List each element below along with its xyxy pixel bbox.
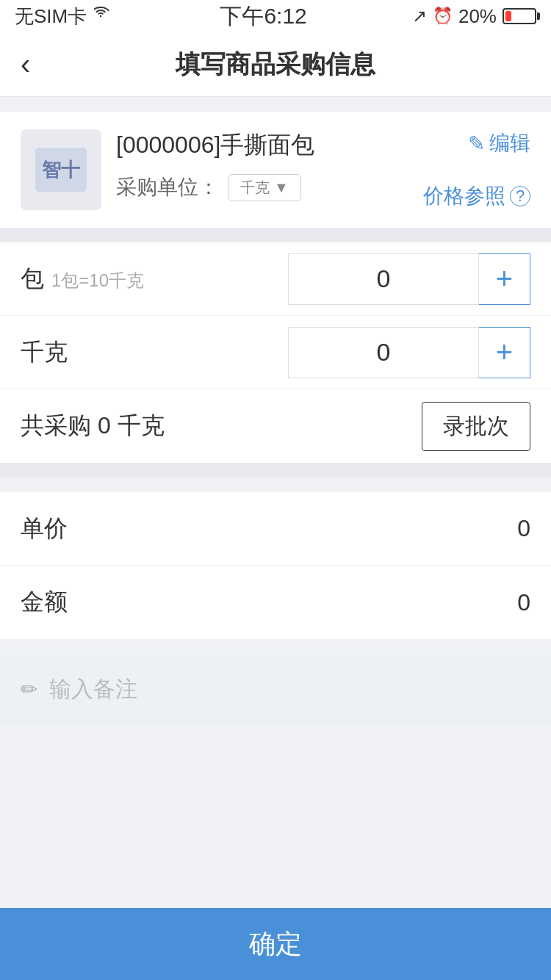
section-divider-2 xyxy=(0,463,551,478)
confirm-label: 确定 xyxy=(249,926,302,962)
status-left: 无SIM卡 xyxy=(15,4,115,29)
kg-quantity-input[interactable] xyxy=(288,327,479,378)
main-content: 智十 [0000006]手撕面包 采购单位： 千克 ▼ ✎ 编辑 价格参照 ? xyxy=(0,112,551,758)
amount-value: 0 xyxy=(517,589,530,616)
logo-text: 智十 xyxy=(35,148,87,192)
edit-button[interactable]: ✎ 编辑 xyxy=(468,129,530,157)
unit-price-row: 单价 0 xyxy=(0,492,551,566)
edit-label: 编辑 xyxy=(489,129,530,157)
product-logo: 智十 xyxy=(35,148,87,192)
kg-label: 千克 xyxy=(21,336,68,369)
price-section: 单价 0 金额 0 xyxy=(0,492,551,639)
product-thumbnail: 智十 xyxy=(21,129,101,210)
bag-label: 包 xyxy=(21,263,44,295)
unit-selector[interactable]: 千克 ▼ xyxy=(228,174,301,201)
unit-price-value: 0 xyxy=(517,515,530,542)
page-title: 填写商品采购信息 xyxy=(176,48,375,82)
total-row: 共采购 0 千克 录批次 xyxy=(0,389,551,463)
bag-input-right: + xyxy=(288,253,530,305)
total-label: 共采购 0 千克 xyxy=(21,410,165,442)
price-ref-label: 价格参照 xyxy=(423,182,505,210)
status-bar: 无SIM卡 下午6:12 ↗ ⏰ 20% xyxy=(0,0,551,32)
confirm-button[interactable]: 确定 xyxy=(0,908,551,980)
status-time: 下午6:12 xyxy=(220,1,306,32)
wifi-icon xyxy=(94,5,115,28)
battery-icon xyxy=(503,8,536,24)
edit-icon: ✎ xyxy=(468,131,485,156)
notes-placeholder: 输入备注 xyxy=(49,674,137,705)
notes-section[interactable]: ✏ 输入备注 xyxy=(0,654,551,725)
price-ref-icon: ? xyxy=(510,186,530,206)
nav-bar: ‹ 填写商品采购信息 xyxy=(0,32,551,97)
amount-row: 金额 0 xyxy=(0,566,551,639)
alarm-icon: ⏰ xyxy=(433,7,453,26)
dropdown-arrow-icon: ▼ xyxy=(274,179,289,196)
status-right: ↗ ⏰ 20% xyxy=(412,5,536,28)
unit-price-label: 单价 xyxy=(21,513,68,545)
bag-sublabel: 1包=10千克 xyxy=(51,269,144,292)
section-divider-1 xyxy=(0,228,551,242)
kg-label-group: 千克 xyxy=(21,336,68,369)
bag-plus-button[interactable]: + xyxy=(479,253,530,305)
plus-icon: + xyxy=(496,262,513,295)
carrier-label: 无SIM卡 xyxy=(15,4,87,29)
kg-input-right: + xyxy=(288,327,530,378)
unit-value: 千克 xyxy=(240,178,270,198)
kg-plus-icon: + xyxy=(496,336,513,369)
bag-quantity-input[interactable] xyxy=(288,253,479,305)
unit-label: 采购单位： xyxy=(116,173,219,201)
bag-input-row: 包 1包=10千克 + xyxy=(0,242,551,316)
kg-input-row: 千克 + xyxy=(0,316,551,389)
product-card: 智十 [0000006]手撕面包 采购单位： 千克 ▼ ✎ 编辑 价格参照 ? xyxy=(0,112,551,228)
record-batch-button[interactable]: 录批次 xyxy=(422,402,530,451)
bag-label-group: 包 1包=10千克 xyxy=(21,263,144,295)
kg-plus-button[interactable]: + xyxy=(479,327,530,378)
battery-pct: 20% xyxy=(458,5,497,28)
location-icon: ↗ xyxy=(412,6,427,26)
back-button[interactable]: ‹ xyxy=(21,48,30,81)
pencil-icon: ✏ xyxy=(21,677,37,702)
price-ref-button[interactable]: 价格参照 ? xyxy=(423,182,530,210)
amount-label: 金额 xyxy=(21,586,68,619)
